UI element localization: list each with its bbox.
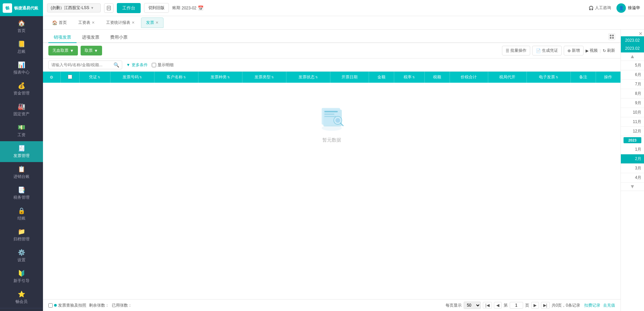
- support-button[interactable]: 🎧 人工咨询: [589, 5, 611, 11]
- show-detail-toggle[interactable]: 显示明细: [152, 62, 174, 68]
- next-page-btn[interactable]: ▶: [531, 302, 539, 309]
- sub-tab-purchase-invoice[interactable]: 进项发票: [77, 32, 105, 43]
- select-all-checkbox[interactable]: [68, 75, 72, 79]
- take-ticket-button[interactable]: 取票 ▼: [81, 46, 102, 55]
- grid-view-btn[interactable]: [608, 33, 615, 40]
- tab-salary-table[interactable]: 工资表 ✕: [73, 17, 100, 28]
- date-item-4[interactable]: 4月: [621, 173, 644, 183]
- sidebar-item-invoice[interactable]: 🧾 发票管理: [0, 141, 43, 162]
- date-item-10[interactable]: 10月: [621, 108, 644, 117]
- tax-icon: 📑: [18, 186, 25, 194]
- search-input[interactable]: [51, 63, 111, 67]
- search-icon[interactable]: 🔍: [113, 62, 119, 68]
- date-panel-close-btn[interactable]: ✕: [639, 31, 643, 36]
- date-item-6[interactable]: 6月: [621, 70, 644, 80]
- no-ticket-button[interactable]: 无血取票 ▼: [48, 46, 78, 55]
- date-item-3[interactable]: 3月: [621, 164, 644, 173]
- close-period-icon: 🔒: [18, 207, 25, 215]
- period-value: 2023-02: [182, 6, 196, 10]
- sub-tab-sales-invoice[interactable]: 销项发票: [48, 32, 77, 43]
- sub-tab-expense-receipt[interactable]: 费用小票: [105, 32, 133, 43]
- tab-invoice[interactable]: 发票 ✕: [141, 17, 164, 28]
- sidebar: 畅 畅捷通易代账 🏠 首页 📒 总账 📊 报表中心 💰 资金管理 🏭 固定资产 …: [0, 0, 43, 311]
- th-invoice-status[interactable]: 发票状态 ⇅: [286, 72, 330, 83]
- show-detail-checkbox[interactable]: [152, 63, 156, 67]
- doc-icon[interactable]: [104, 3, 113, 13]
- tab-salary-stats[interactable]: 工资统计报表 ✕: [101, 17, 140, 28]
- sidebar-item-settings[interactable]: ⚙️ 设置: [0, 245, 43, 266]
- tab-home[interactable]: 🏠 首页: [47, 17, 72, 28]
- date-item-2-active[interactable]: 2月: [621, 154, 644, 164]
- date-item-8[interactable]: 8月: [621, 89, 644, 99]
- sidebar-item-close-period[interactable]: 🔒 结账: [0, 204, 43, 225]
- more-filter-button[interactable]: ▼ 更多条件: [126, 62, 148, 68]
- first-page-btn[interactable]: |◀: [483, 302, 492, 309]
- sidebar-item-tax[interactable]: 📑 税务管理: [0, 183, 43, 204]
- sidebar-item-ledger[interactable]: 📒 总账: [0, 37, 43, 58]
- deduction-record-link[interactable]: 扣费记录: [584, 303, 600, 308]
- th-e-invoice[interactable]: 电子发票 ⇅: [526, 72, 570, 83]
- sidebar-item-guide[interactable]: 🔰 新手引导: [0, 266, 43, 287]
- sidebar-item-label: 新手引导: [13, 278, 30, 284]
- prev-page-btn[interactable]: ◀: [494, 302, 502, 309]
- th-voucher[interactable]: 凭证 ⇅: [80, 72, 110, 83]
- th-checkbox[interactable]: [60, 72, 79, 83]
- page-input[interactable]: [510, 302, 523, 309]
- sidebar-item-sales[interactable]: 📋 进销台账: [0, 162, 43, 183]
- verify-checkbox[interactable]: [48, 303, 53, 308]
- sidebar-collapse-btn[interactable]: ◀ ◀ 取消固定: [0, 308, 43, 311]
- svg-rect-3: [610, 35, 611, 36]
- th-settings[interactable]: ⚙: [43, 72, 60, 83]
- tab-salary-table-close[interactable]: ✕: [92, 21, 95, 25]
- workbench-button[interactable]: 工作台: [117, 3, 141, 13]
- th-invoice-no[interactable]: 发票号码 ⇅: [110, 72, 154, 83]
- tab-home-label: 首页: [59, 20, 67, 26]
- date-panel-header-second[interactable]: 2023.02: [621, 44, 644, 52]
- sidebar-item-funds[interactable]: 💰 资金管理: [0, 79, 43, 100]
- sidebar-item-home[interactable]: 🏠 首页: [0, 16, 43, 37]
- video-button[interactable]: ▶ 视频: [586, 48, 598, 53]
- th-invoice-type[interactable]: 发票种类 ⇅: [198, 72, 242, 83]
- app-logo: 畅 畅捷通易代账: [0, 0, 43, 16]
- gen-voucher-button[interactable]: 📄 生成凭证: [532, 46, 562, 55]
- last-page-btn[interactable]: ▶|: [541, 302, 550, 309]
- date-nav-down-btn[interactable]: ▼: [630, 184, 635, 189]
- sidebar-item-reports[interactable]: 📊 报表中心: [0, 58, 43, 79]
- date-item-1[interactable]: 1月: [621, 145, 644, 154]
- date-item-9[interactable]: 9月: [621, 99, 644, 108]
- date-item-7[interactable]: 7月: [621, 80, 644, 89]
- batch-op-button[interactable]: ☰ 批量操作: [502, 46, 530, 55]
- tab-salary-stats-label: 工资统计报表: [106, 20, 130, 26]
- take-label: 取票: [85, 48, 93, 53]
- invoice-page: 销项发票 进项发票 费用小票 无血取票 ▼ 取票: [43, 30, 620, 311]
- new-button[interactable]: ⊕ 新增: [564, 46, 584, 55]
- th-invoice-category[interactable]: 发票类型 ⇅: [242, 72, 286, 83]
- recharge-link[interactable]: 去充值: [603, 303, 615, 308]
- period-text: 账期: [172, 5, 180, 11]
- per-page-select[interactable]: 50 100 200: [464, 302, 481, 309]
- date-nav-up-btn[interactable]: ▲: [630, 54, 635, 59]
- more-filter-label: 更多条件: [132, 62, 148, 68]
- sidebar-item-member[interactable]: ⭐ 畅会员: [0, 287, 43, 308]
- tab-salary-stats-close[interactable]: ✕: [132, 21, 135, 25]
- date-item-11[interactable]: 11月: [621, 117, 644, 127]
- guide-icon: 🔰: [18, 270, 25, 277]
- date-panel-header-top[interactable]: 2023.02: [621, 36, 644, 44]
- sidebar-item-payroll[interactable]: 💵 工资: [0, 120, 43, 141]
- date-item-5[interactable]: 5月: [621, 61, 644, 70]
- reports-icon: 📊: [18, 61, 25, 69]
- sidebar-item-archive[interactable]: 📁 归档管理: [0, 225, 43, 245]
- verify-check[interactable]: 发票查验及拍照: [48, 303, 86, 308]
- tab-invoice-close[interactable]: ✕: [155, 21, 158, 25]
- date-item-12[interactable]: 12月: [621, 127, 644, 136]
- company-selector[interactable]: (勿删）江西股宝-LSS ▼: [47, 3, 101, 12]
- invoice-icon: 🧾: [18, 145, 25, 152]
- user-info[interactable]: 👤 徐溢华: [616, 3, 640, 13]
- sidebar-item-fixed-assets[interactable]: 🏭 固定资产: [0, 100, 43, 120]
- refresh-button[interactable]: ↻ 刷新: [603, 48, 615, 53]
- th-customer[interactable]: 客户名称 ⇅: [154, 72, 198, 83]
- old-version-button[interactable]: 切到旧版: [144, 3, 169, 13]
- calendar-icon[interactable]: 📅: [198, 5, 203, 11]
- verify-label: 发票查验及拍照: [58, 303, 86, 308]
- th-tax-rate[interactable]: 税率 ⇅: [394, 72, 424, 83]
